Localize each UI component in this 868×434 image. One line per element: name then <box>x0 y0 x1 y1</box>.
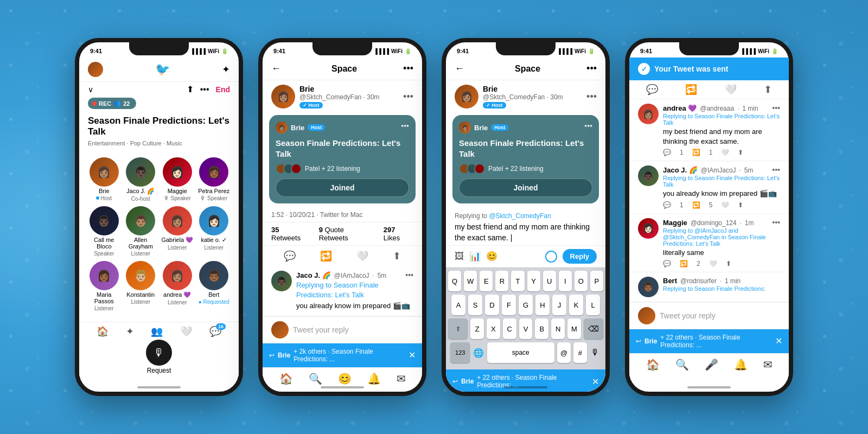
maggie-share-icon[interactable]: ⬆ <box>726 260 731 267</box>
maggie-more-4[interactable]: ••• <box>772 218 780 227</box>
thread-like-icon[interactable]: 🤍 <box>725 84 737 95</box>
like-action-icon[interactable]: 🤍 <box>356 250 368 262</box>
avatar-maggie[interactable]: 👩🏻 Maggie 🎙 Speaker <box>161 157 194 202</box>
nav-home[interactable]: 🏠 <box>279 372 293 385</box>
nav-emoji[interactable]: 😊 <box>338 372 352 385</box>
andrea-reply-icon[interactable]: 💬 <box>663 149 671 156</box>
avatar-gabriela[interactable]: 👩🏽 Gabriela 💜 Listener <box>161 206 194 257</box>
key-m[interactable]: M <box>567 318 581 339</box>
key-e[interactable]: E <box>480 271 493 291</box>
avatar-konstantin[interactable]: 👨🏼 Konstantin Listener <box>125 261 157 311</box>
jaco-reply-avatar[interactable]: 👨🏿 <box>271 271 292 291</box>
tweet-more-3[interactable]: ••• <box>586 91 597 103</box>
replying-to-link[interactable]: Replying to Season Finale Predictions: L… <box>296 281 379 299</box>
key-globe[interactable]: 🌐 <box>473 342 484 363</box>
key-backspace[interactable]: ⌫ <box>584 318 603 339</box>
jaco-reply-avatar-4[interactable]: 👨🏿 <box>638 165 659 186</box>
space-card-dots-3[interactable]: ••• <box>584 122 592 130</box>
key-k[interactable]: K <box>569 295 583 315</box>
key-z[interactable]: Z <box>470 318 484 339</box>
key-i[interactable]: I <box>559 271 572 291</box>
more-options[interactable]: ••• <box>403 63 413 74</box>
avatar-andrea[interactable]: 👩🏽 andrea 💜 Listener <box>161 261 194 311</box>
key-mic[interactable]: 🎙 <box>590 342 601 363</box>
avatar-small[interactable] <box>88 62 103 77</box>
reply-more[interactable]: ••• <box>405 271 413 279</box>
key-space[interactable]: space <box>487 342 555 363</box>
key-n[interactable]: N <box>551 318 565 339</box>
people-nav[interactable]: 👥 <box>151 326 163 337</box>
maggie-reply-avatar-4[interactable]: 👩🏻 <box>638 218 659 239</box>
key-w[interactable]: W <box>464 271 477 291</box>
image-icon[interactable]: 🖼 <box>455 251 464 262</box>
home-nav[interactable]: 🏠 <box>97 326 108 337</box>
nav-mail-4[interactable]: ✉ <box>763 358 773 371</box>
share-action-icon[interactable]: ⬆ <box>393 250 401 262</box>
key-a[interactable]: A <box>451 295 465 315</box>
avatar-katie[interactable]: 👩🏻 katie o. ✓ Listener <box>198 206 231 257</box>
avatar-brie[interactable]: 👩🏽 Brie Host <box>88 157 120 202</box>
avatar-bert[interactable]: 👨🏾 Bert ● Requested <box>198 261 231 311</box>
maggie-like-icon[interactable]: 🤍 <box>709 260 717 267</box>
share-icon[interactable]: ⬆ <box>187 84 194 94</box>
nav-emoji-4[interactable]: 🎤 <box>705 358 718 371</box>
key-u[interactable]: U <box>543 271 556 291</box>
key-123[interactable]: 123 <box>450 342 470 363</box>
key-h[interactable]: H <box>535 295 550 315</box>
key-o[interactable]: O <box>575 271 588 291</box>
sparkle-nav[interactable]: ✦ <box>126 326 134 337</box>
avatar-bloco[interactable]: 👨🏿 Call me Bloco Speaker <box>88 206 120 257</box>
compose-text[interactable]: my best friend and my mom are thinking t… <box>455 222 597 243</box>
jaco-retweet-icon[interactable]: 🔁 <box>692 201 700 209</box>
key-f[interactable]: F <box>502 295 516 315</box>
key-shift[interactable]: ⇧ <box>448 318 468 339</box>
key-q[interactable]: Q <box>448 271 461 291</box>
thread-reply-icon[interactable]: 💬 <box>646 84 658 95</box>
key-s[interactable]: S <box>468 295 482 315</box>
joined-button-3[interactable]: Joined <box>459 178 592 197</box>
notification-bar-4[interactable]: ↩ Brie + 22 others · Season Finale Predi… <box>629 329 789 353</box>
key-v[interactable]: V <box>519 318 533 339</box>
key-at[interactable]: @ <box>557 342 571 363</box>
avatar-maria[interactable]: 👩🏾 Maria Passos Listener <box>88 261 120 311</box>
avatar-allen[interactable]: 👨🏽 Allen Grayham Listener <box>125 206 157 257</box>
end-button[interactable]: End <box>216 85 230 94</box>
andrea-reply-avatar[interactable]: 👩🏽 <box>638 104 659 124</box>
key-p[interactable]: P <box>590 271 603 291</box>
thread-share-icon[interactable]: ⬆ <box>764 84 772 95</box>
back-button[interactable]: ← <box>271 63 281 74</box>
notification-bar-3[interactable]: ↩ Brie + 22 others · Season Finale Predi… <box>446 369 605 393</box>
maggie-reply-icon[interactable]: 💬 <box>663 260 671 267</box>
poll-icon[interactable]: 📊 <box>469 251 481 262</box>
bert-reply-avatar-4[interactable]: 👨🏾 <box>638 277 659 297</box>
andrea-like-icon[interactable]: 🤍 <box>721 149 729 156</box>
more-icon[interactable]: ••• <box>200 85 209 94</box>
nav-mail[interactable]: ✉ <box>397 372 406 385</box>
nav-bell-4[interactable]: 🔔 <box>734 358 748 371</box>
space-card-dots[interactable]: ••• <box>401 122 409 130</box>
thread-retweet-icon[interactable]: 🔁 <box>685 84 697 95</box>
reply-button[interactable]: Reply <box>563 249 597 264</box>
more-options-3[interactable]: ••• <box>586 63 597 74</box>
tweet-more[interactable]: ••• <box>403 91 413 103</box>
notification-bar-2[interactable]: ↩ Brie + 2k others · Season Finale Predi… <box>263 343 422 367</box>
key-j[interactable]: J <box>552 295 566 315</box>
messages-nav[interactable]: 💬 16 <box>209 326 221 337</box>
key-x[interactable]: X <box>487 318 500 339</box>
reply-input-placeholder-4[interactable]: Tweet your reply <box>660 311 780 320</box>
nav-search-4[interactable]: 🔍 <box>675 358 689 371</box>
avatar-petra[interactable]: 👩🏾 Petra Perez 🎙 Speaker <box>198 157 231 202</box>
notif-close[interactable]: ✕ <box>409 350 416 360</box>
key-l[interactable]: L <box>586 295 600 315</box>
key-d[interactable]: D <box>485 295 499 315</box>
nav-bell[interactable]: 🔔 <box>367 372 381 385</box>
maggie-retweet-icon[interactable]: 🔁 <box>680 260 688 267</box>
host-avatar[interactable]: 👩🏽 <box>271 85 295 108</box>
mic-button[interactable]: 🎙 <box>146 340 172 366</box>
reply-input-placeholder[interactable]: Tweet your reply <box>293 326 413 334</box>
jaco-like-icon[interactable]: 🤍 <box>721 201 729 209</box>
notif-close-3[interactable]: ✕ <box>592 376 599 387</box>
key-y[interactable]: Y <box>527 271 540 291</box>
emoji-icon[interactable]: 😊 <box>486 251 497 262</box>
avatar-jaco[interactable]: 👨🏿 Jaco J. 🌈 Co-host <box>125 157 157 202</box>
